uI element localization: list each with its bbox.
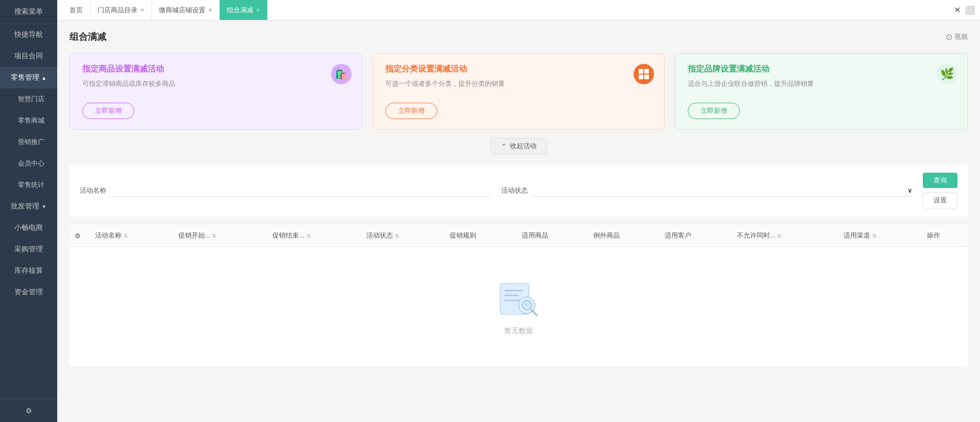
sidebar-item-inventory-calc[interactable]: 库存核算: [0, 260, 57, 282]
chevron-up-icon: ⌃: [501, 143, 507, 150]
activity-name-filter: 活动名称: [80, 184, 491, 197]
svg-rect-3: [644, 75, 649, 79]
svg-point-9: [522, 300, 531, 310]
table-header-gear[interactable]: ⚙: [69, 225, 90, 247]
category-card-add-button[interactable]: 立即新增: [385, 103, 437, 119]
sidebar-item-purchase-mgmt[interactable]: 采购管理: [0, 239, 57, 260]
page-title: 组合满减: [69, 31, 106, 43]
filter-buttons: 查询 设置: [923, 173, 958, 208]
sidebar-item-project-contract[interactable]: 项目合同: [0, 45, 57, 67]
svg-line-10: [532, 310, 537, 315]
brand-card-icon: 🌿: [937, 64, 957, 84]
activity-status-label: 活动状态: [501, 186, 528, 195]
brand-card-desc: 适合与上游企业联合做营销，提升品牌销量: [688, 79, 955, 89]
tabs-bar: 首页 门店商品目录 × 微商城店铺设置 × 组合满减 × ✕ ⬜: [57, 0, 980, 20]
activity-status-filter: 活动状态 ∨: [501, 184, 913, 197]
close-tab-combo-discount[interactable]: ×: [256, 7, 260, 14]
table-header-activity-status[interactable]: 活动状态 ⇅: [361, 225, 445, 247]
table-header-promo-start[interactable]: 促销开始... ⇅: [173, 225, 267, 247]
tab-wechat-store[interactable]: 微商城店铺设置 ×: [152, 0, 220, 20]
window-close-icon[interactable]: ✕: [954, 5, 961, 15]
tab-home[interactable]: 首页: [62, 0, 90, 20]
settings-gear-icon[interactable]: ⚙: [0, 399, 57, 422]
sort-icon-activity-status: ⇅: [395, 233, 399, 239]
sidebar-item-fund-mgmt[interactable]: 资金管理: [0, 282, 57, 303]
empty-state-text: 暂无数据: [504, 326, 533, 336]
tab-combo-discount[interactable]: 组合满减 ×: [220, 0, 268, 20]
table-header-row: ⚙ 活动名称 ⇅ 促销开始... ⇅ 促销结束... ⇅: [69, 225, 968, 247]
main-content: 首页 门店商品目录 × 微商城店铺设置 × 组合满减 × ✕ ⬜ 组合满减: [57, 0, 980, 422]
svg-rect-0: [639, 69, 643, 74]
sidebar-item-retail-stats[interactable]: 零售统计: [0, 174, 57, 196]
close-tab-store-catalog[interactable]: ×: [141, 7, 144, 14]
sidebar-search[interactable]: 搜索菜单: [0, 0, 57, 24]
page-header: 组合满减 ⊙ 视频: [69, 31, 968, 43]
brand-card-title: 指定品牌设置满减活动: [688, 64, 955, 75]
sidebar-item-wholesale-mgmt[interactable]: 批发管理 ▼: [0, 196, 57, 217]
sort-icon-promo-start: ⇅: [212, 233, 216, 239]
svg-rect-6: [504, 295, 519, 296]
activity-name-input[interactable]: [110, 184, 491, 197]
category-promo-card: 指定分类设置满减活动 可选一个或者多个分类，提升分类的销量 立即新增: [372, 53, 665, 130]
sidebar: 搜索菜单 快捷导航 项目合同 零售管理 ▲ 智慧门店 零售商城 营销推广 会员中…: [0, 0, 57, 422]
collapse-row: ⌃ 收起活动: [69, 138, 968, 154]
close-tab-wechat-store[interactable]: ×: [208, 7, 212, 14]
svg-rect-7: [504, 299, 521, 301]
svg-point-11: [524, 302, 527, 306]
sort-icon-applicable-channel: ⇅: [872, 233, 876, 239]
table-header-applicable-goods: 适用商品: [517, 225, 588, 247]
product-card-add-button[interactable]: 立即新增: [82, 103, 134, 119]
svg-rect-2: [639, 75, 643, 79]
table-header-operation: 操作: [922, 225, 968, 247]
data-table-container: ⚙ 活动名称 ⇅ 促销开始... ⇅ 促销结束... ⇅: [69, 225, 968, 366]
sort-icon-no-concurrent: ⇅: [777, 233, 781, 239]
window-maximize-icon[interactable]: ⬜: [965, 5, 975, 15]
table-header-exception-goods: 例外商品: [588, 225, 660, 247]
category-card-title: 指定分类设置满减活动: [385, 64, 652, 75]
brand-promo-card: 指定品牌设置满减活动 适合与上游企业联合做营销，提升品牌销量 🌿 立即新增: [675, 53, 968, 130]
activity-table: ⚙ 活动名称 ⇅ 促销开始... ⇅ 促销结束... ⇅: [69, 225, 968, 247]
sort-icon-promo-end: ⇅: [307, 233, 311, 239]
play-circle-icon: ⊙: [946, 32, 952, 42]
product-card-icon: 🛍️: [331, 64, 352, 84]
product-card-desc: 可指定滞销商品或库存较多商品: [82, 79, 349, 89]
empty-state-icon: [493, 277, 544, 318]
product-promo-card: 指定商品设置满减活动 可指定滞销商品或库存较多商品 🛍️ 立即新增: [69, 53, 362, 130]
sidebar-item-quick-nav[interactable]: 快捷导航: [0, 24, 57, 45]
chevron-down-icon: ∨: [907, 186, 913, 194]
chevron-down-icon: ▼: [41, 204, 46, 209]
tab-store-catalog[interactable]: 门店商品目录 ×: [90, 0, 152, 20]
svg-rect-1: [644, 69, 649, 74]
table-header-applicable-customer: 适用客户: [660, 225, 731, 247]
activity-name-label: 活动名称: [80, 186, 106, 195]
collapse-activities-button[interactable]: ⌃ 收起活动: [491, 138, 547, 154]
chevron-up-icon: ▲: [41, 75, 46, 81]
category-card-desc: 可选一个或者多个分类，提升分类的销量: [385, 79, 652, 89]
video-link[interactable]: ⊙ 视频: [946, 32, 968, 42]
product-card-title: 指定商品设置满减活动: [82, 64, 349, 75]
column-settings-button[interactable]: 设置: [923, 192, 958, 208]
table-header-applicable-channel[interactable]: 适用渠道 ⇅: [838, 225, 922, 247]
empty-state: 暂无数据: [69, 247, 968, 366]
tabs-left: 首页 门店商品目录 × 微商城店铺设置 × 组合满减 ×: [62, 0, 268, 20]
filter-row: 活动名称 活动状态 ∨ 查询 设置: [69, 165, 968, 217]
tabs-right: ✕ ⬜: [954, 5, 975, 15]
sidebar-item-member-center[interactable]: 会员中心: [0, 153, 57, 174]
sidebar-item-smart-store[interactable]: 智慧门店: [0, 88, 57, 110]
sidebar-item-retail-mgmt[interactable]: 零售管理 ▲: [0, 67, 57, 88]
sidebar-item-retail-mall[interactable]: 零售商城: [0, 110, 57, 131]
query-button[interactable]: 查询: [923, 173, 958, 188]
brand-card-add-button[interactable]: 立即新增: [688, 103, 740, 119]
promo-cards-row: 指定商品设置满减活动 可指定滞销商品或库存较多商品 🛍️ 立即新增 指定分类设置…: [69, 53, 968, 130]
svg-rect-5: [504, 290, 523, 291]
page-content: 组合满减 ⊙ 视频 指定商品设置满减活动 可指定滞销商品或库存较多商品 🛍️ 立…: [57, 20, 980, 422]
table-header-promo-end[interactable]: 促销结束... ⇅: [267, 225, 361, 247]
table-header-activity-name[interactable]: 活动名称 ⇅: [90, 225, 173, 247]
table-header-promo-rules: 促销规则: [445, 225, 516, 247]
sidebar-item-marketing[interactable]: 营销推广: [0, 131, 57, 153]
sort-icon-activity-name: ⇅: [124, 233, 128, 239]
sidebar-item-xiaochang[interactable]: 小畅电商: [0, 217, 57, 239]
activity-status-select[interactable]: ∨: [532, 184, 913, 197]
table-header-no-concurrent[interactable]: 不允许同时... ⇅: [732, 225, 839, 247]
